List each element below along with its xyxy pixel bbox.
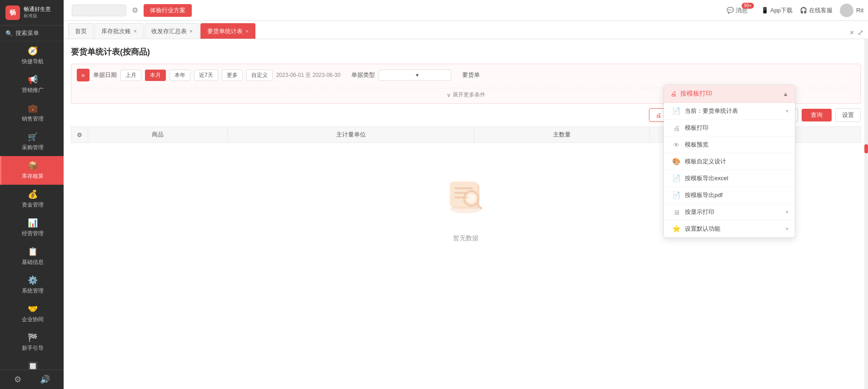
sidebar-item-label: 基础信息 [22, 258, 44, 266]
template-print-icon: 🖨 [672, 124, 680, 132]
dropdown-set-default[interactable]: ⭐ 设置默认功能 ▾ [664, 221, 795, 237]
settings-bottom-icon[interactable]: ⚙ [14, 374, 21, 384]
logo-tag: 标准版 [24, 13, 51, 19]
export-excel-label: 按模板导出excel [685, 174, 728, 182]
quick-nav-icon: 🧭 [28, 46, 38, 56]
print-dropdown-panel: 🖨 按模板打印 ▲ 📄 当前：要货单统计表 ▾ 🖨 模板打印 [663, 85, 795, 238]
expand-more-button[interactable]: ∨ 展开更多条件 [447, 91, 485, 99]
sidebar-item-quick-nav[interactable]: 🧭 快捷导航 [0, 41, 64, 70]
search-menu[interactable]: 🔍 搜索菜单 [0, 25, 64, 41]
online-service-button[interactable]: 🎧 在线客服 [800, 6, 833, 15]
date-this-year-button[interactable]: 本年 [170, 70, 190, 81]
date-range-label: 2023-06-01 至 2023-06-30 [276, 71, 340, 79]
dropdown-up-icon[interactable]: ▲ [783, 91, 788, 97]
table-col-product: 商品 [88, 127, 228, 143]
dropdown-display-print[interactable]: 🖥 按显示打印 ▾ [664, 204, 795, 221]
tab-order-stats-close[interactable]: × [245, 28, 249, 35]
sidebar-item-inventory[interactable]: 📦 库存核算 [0, 156, 64, 185]
svg-rect-3 [454, 187, 473, 189]
type-select[interactable]: ▾ [379, 70, 451, 81]
tab-inventory-batch[interactable]: 库存批次账 × [95, 23, 144, 39]
service-icon: 🎧 [800, 7, 807, 14]
sidebar-item-sales[interactable]: 💼 销售管理 [0, 99, 64, 127]
display-print-label: 按显示打印 [685, 208, 714, 216]
expand-more-label: 展开更多条件 [453, 91, 485, 99]
sidebar-item-system[interactable]: ⚙️ 系统管理 [0, 271, 64, 299]
sidebar-item-marketing[interactable]: 📢 营销推广 [0, 70, 64, 99]
dropdown-item-export-excel[interactable]: 📄 按模板导出excel [664, 170, 795, 187]
user-avatar[interactable]: Rit [840, 4, 863, 17]
sidebar-item-appstore[interactable]: 🔲 应用中心 [0, 357, 64, 369]
sound-icon[interactable]: 🔊 [40, 374, 50, 384]
current-template-label: 当前：要货单统计表 [685, 107, 738, 115]
sidebar-item-guide[interactable]: 🏁 新手引导 [0, 328, 64, 357]
sidebar-item-label: 资金管理 [22, 201, 44, 209]
purchase-icon: 🛒 [28, 132, 38, 142]
tab-inventory-batch-label: 库存批次账 [101, 27, 131, 35]
page-title: 要货单统计表(按商品) [71, 46, 861, 57]
export-pdf-icon: 📄 [672, 191, 680, 199]
set-default-chevron: ▾ [786, 226, 788, 232]
sidebar-item-label: 系统管理 [22, 287, 44, 295]
date-custom-button[interactable]: 自定义 [246, 70, 273, 81]
trial-industry-button[interactable]: 体验行业方案 [144, 4, 192, 17]
dropdown-item-export-pdf[interactable]: 📄 按模板导出pdf [664, 187, 795, 204]
marketing-icon: 📢 [28, 75, 38, 85]
template-design-icon: 🎨 [672, 157, 680, 166]
dropdown-item-template-print[interactable]: 🖨 模板打印 [664, 120, 795, 136]
dropdown-item-template-preview[interactable]: 👁 模板预览 [664, 136, 795, 153]
type-filter-label: 单据类型 [351, 71, 375, 79]
sidebar-nav: 🧭 快捷导航 📢 营销推广 💼 销售管理 🛒 采购管理 📦 库存核算 💰 资金管… [0, 41, 64, 369]
tabbar-close-icon[interactable]: × [850, 29, 854, 37]
topbar: ⚙ 体验行业方案 💬 消息 99+ 📱 App下载 🎧 在线客服 Rit [64, 0, 868, 21]
message-button[interactable]: 💬 消息 99+ [727, 6, 748, 15]
app-logo: 畅 畅通好生意 标准版 [0, 0, 64, 25]
current-template-icon: 📄 [672, 107, 680, 115]
dropdown-current-left: 📄 当前：要货单统计表 [672, 107, 738, 115]
tab-home[interactable]: 首页 [68, 23, 94, 39]
dropdown-current-template[interactable]: 📄 当前：要货单统计表 ▾ [664, 103, 795, 120]
content-area: 要货单统计表(按商品) » 单据日期 上月 本月 本年 近7天 更多 自定义 2… [64, 39, 868, 389]
tabbar-expand-icon[interactable]: ⤢ [858, 28, 863, 37]
settings-button[interactable]: 设置 [835, 108, 861, 122]
current-template-chevron: ▾ [786, 108, 788, 114]
template-print-label: 模板打印 [685, 124, 708, 132]
tab-inventory-batch-close[interactable]: × [134, 28, 137, 35]
logo-icon: 畅 [5, 5, 20, 20]
sidebar-item-collab[interactable]: 🤝 企业协同 [0, 299, 64, 328]
search-menu-label: 搜索菜单 [15, 29, 39, 37]
sales-icon: 💼 [28, 103, 38, 113]
scrollbar-thumb[interactable] [864, 144, 868, 153]
query-button[interactable]: 查询 [802, 109, 832, 121]
sidebar-item-purchase[interactable]: 🛒 采购管理 [0, 127, 64, 156]
set-default-label: 设置默认功能 [685, 225, 720, 233]
service-label: 在线客服 [809, 6, 833, 15]
date-more-button[interactable]: 更多 [222, 70, 243, 81]
tab-receipt-summary[interactable]: 收发存汇总表 × [145, 23, 200, 39]
empty-illustration [439, 170, 493, 220]
filter-expand-button[interactable]: » [77, 69, 90, 81]
topbar-gear-icon[interactable]: ⚙ [130, 6, 140, 15]
app-download-button[interactable]: 📱 App下载 [761, 6, 793, 15]
sidebar-bottom: ⚙ 🔊 [0, 369, 64, 389]
date-last-7days-button[interactable]: 近7天 [194, 70, 218, 81]
display-print-left: 🖥 按显示打印 [672, 208, 714, 216]
tab-order-stats-label: 要货单统计表 [207, 27, 243, 35]
topbar-search-input[interactable] [72, 5, 126, 16]
date-last-month-button[interactable]: 上月 [120, 70, 141, 81]
scrollbar-track[interactable] [864, 39, 868, 389]
sidebar-item-operation[interactable]: 📊 经营管理 [0, 213, 64, 242]
sidebar: 畅 畅通好生意 标准版 🔍 搜索菜单 🧭 快捷导航 📢 营销推广 💼 销售管理 … [0, 0, 64, 389]
appstore-icon: 🔲 [28, 361, 38, 369]
sidebar-item-label: 经营管理 [22, 230, 44, 237]
tab-order-stats[interactable]: 要货单统计表 × [200, 23, 255, 39]
tab-receipt-summary-close[interactable]: × [190, 28, 193, 35]
date-filter-label: 单据日期 [93, 71, 117, 79]
dropdown-item-template-design[interactable]: 🎨 模板自定义设计 [664, 153, 795, 170]
sidebar-item-finance[interactable]: 💰 资金管理 [0, 185, 64, 213]
dropdown-header-left: 🖨 按模板打印 [670, 90, 712, 98]
date-this-month-button[interactable]: 本月 [145, 70, 166, 81]
user-name: Rit [856, 7, 863, 14]
table-col-settings[interactable]: ⚙ [71, 127, 88, 143]
sidebar-item-basic[interactable]: 📋 基础信息 [0, 242, 64, 271]
